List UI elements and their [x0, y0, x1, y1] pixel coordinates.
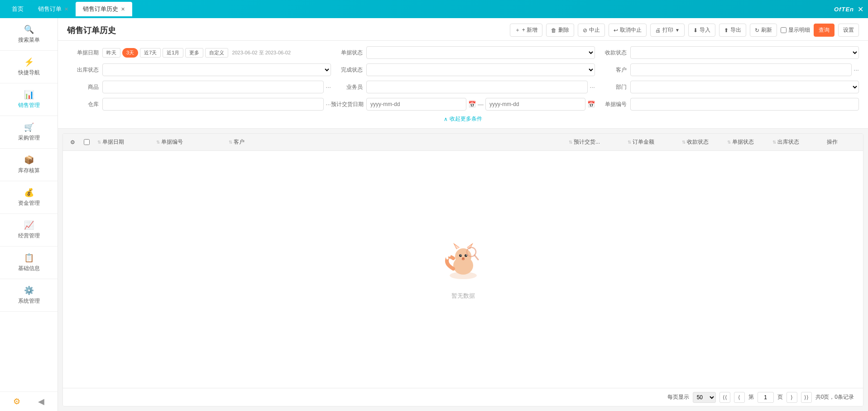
refresh-icon: ↻	[755, 27, 759, 34]
customer-ellipsis[interactable]: ···	[854, 66, 859, 73]
th-payment-status[interactable]: ⇅ 收款状态	[678, 138, 724, 146]
sidebar: 🔍 搜索菜单 ⚡ 快捷导航 📊 销售管理 🛒 采购管理 📦 库存核算 💰 资金管…	[0, 18, 58, 411]
sidebar-item-search-menu[interactable]: 🔍 搜索菜单	[0, 18, 58, 51]
delivery-date-to-calendar-icon[interactable]: 📅	[587, 101, 595, 108]
show-detail-checkbox[interactable]: 显示明细	[781, 26, 810, 34]
warehouse-label: 仓库	[67, 101, 99, 108]
sidebar-item-finance[interactable]: 💰 资金管理	[0, 181, 58, 214]
department-select[interactable]	[630, 81, 859, 93]
bill-number-input[interactable]	[630, 98, 859, 111]
goods-ellipsis[interactable]: ···	[326, 83, 331, 91]
next-page-btn[interactable]: ⟩	[786, 392, 797, 403]
delete-button[interactable]: 🗑 删除	[546, 24, 574, 37]
first-page-btn[interactable]: ⟨⟨	[719, 392, 730, 403]
tab-sales-order-history-close[interactable]: ✕	[121, 6, 125, 12]
settings-button[interactable]: 设置	[838, 24, 859, 37]
th-bill-status[interactable]: ⇅ 单据状态	[724, 138, 769, 146]
import-icon: ⬇	[693, 27, 698, 34]
goods-input[interactable]	[102, 81, 324, 93]
sidebar-settings-btn[interactable]: ⚙	[13, 396, 20, 406]
th-amount[interactable]: ⇅ 订单金额	[624, 138, 678, 146]
th-number[interactable]: ⇅ 单据编号	[153, 138, 225, 146]
date-1month-btn[interactable]: 近1月	[163, 48, 183, 58]
table-header: ⚙ ⇅ 单据日期 ⇅ 单据编号 ⇅ 客户 ⇅ 预计交货.	[63, 134, 863, 151]
th-customer[interactable]: ⇅ 客户	[225, 138, 565, 146]
filter-field-bill-status: 单据状态	[331, 46, 595, 59]
complete-status-control	[366, 63, 595, 76]
date-quick-btns: 昨天 3天 近7天 近1月 更多	[102, 48, 228, 58]
tab-home[interactable]: 首页	[5, 2, 31, 16]
sidebar-item-quick-nav[interactable]: ⚡ 快捷导航	[0, 51, 58, 83]
collapse-up-icon: ∧	[444, 116, 448, 122]
last-page-btn[interactable]: ⟩⟩	[801, 392, 812, 403]
th-outbound-sort-icon: ⇅	[772, 140, 776, 145]
cancel-stop-button[interactable]: ↩ 取消中止	[609, 24, 647, 37]
delivery-date-from-calendar-icon[interactable]: 📅	[468, 101, 476, 108]
delete-label: 删除	[558, 26, 569, 34]
bill-number-label: 单据编号	[595, 101, 627, 108]
sidebar-item-sales-mgmt[interactable]: 📊 销售管理	[0, 83, 58, 116]
payment-status-select[interactable]	[630, 46, 859, 59]
stop-button[interactable]: ⊘ 中止	[578, 24, 605, 37]
query-button[interactable]: 查询	[814, 24, 834, 37]
collapse-label: 收起更多条件	[450, 115, 482, 123]
tab-sales-order[interactable]: 销售订单 ✕	[31, 2, 76, 16]
table-footer: 每页显示 50 10 20 100 ⟨⟨ ⟨ 第 页 ⟩	[63, 388, 863, 406]
th-customer-sort-icon: ⇅	[229, 140, 232, 145]
sidebar-item-operations[interactable]: 📈 经营管理	[0, 214, 58, 247]
date-3days-btn[interactable]: 3天	[122, 48, 138, 58]
page-label-prefix: 第	[748, 393, 754, 401]
filter-row-3: 商品 ··· 业务员 ··· 部门	[67, 81, 859, 93]
filter-field-complete-status: 完成状态	[331, 63, 595, 76]
tab-bar: 首页 销售订单 ✕ 销售订单历史 ✕	[5, 0, 132, 18]
page-input[interactable]	[758, 392, 774, 403]
export-button[interactable]: ⬆ 导出	[719, 24, 746, 37]
tab-sales-order-history[interactable]: 销售订单历史 ✕	[76, 2, 132, 16]
import-button[interactable]: ⬇ 导入	[688, 24, 715, 37]
select-all-checkbox[interactable]	[84, 139, 90, 145]
th-date[interactable]: ⇅ 单据日期	[94, 138, 153, 146]
warehouse-input[interactable]	[102, 98, 324, 111]
show-detail-input[interactable]	[781, 27, 786, 33]
outbound-status-select[interactable]	[102, 63, 331, 76]
customer-input[interactable]	[630, 63, 852, 76]
filter-field-outbound-status: 出库状态	[67, 63, 331, 76]
th-delivery[interactable]: ⇅ 预计交货...	[565, 138, 624, 146]
th-outbound-status[interactable]: ⇅ 出库状态	[769, 138, 823, 146]
salesperson-input[interactable]	[366, 81, 588, 93]
topbar-close-icon[interactable]: ✕	[858, 5, 863, 14]
sidebar-collapse-btn[interactable]: ◀	[38, 396, 44, 406]
delivery-date-from-input[interactable]	[366, 98, 466, 111]
delivery-date-to-input[interactable]	[485, 98, 585, 111]
date-more-btn[interactable]: 更多	[185, 48, 203, 58]
sidebar-item-operations-label: 经营管理	[18, 232, 40, 240]
sidebar-item-inventory[interactable]: 📦 库存核算	[0, 149, 58, 181]
date-today-btn[interactable]: 昨天	[102, 48, 120, 58]
bill-status-select[interactable]	[366, 46, 595, 59]
prev-page-btn[interactable]: ⟨	[734, 392, 745, 403]
th-payment-status-label: 收款状态	[687, 138, 709, 146]
print-button[interactable]: 🖨 打印 ▼	[650, 24, 685, 37]
complete-status-select[interactable]	[366, 63, 595, 76]
th-checkbox[interactable]	[80, 139, 94, 145]
date-7days-btn[interactable]: 近7天	[140, 48, 161, 58]
new-label: + 新增	[522, 26, 537, 34]
page-size-select[interactable]: 50 10 20 100	[693, 392, 716, 403]
sidebar-item-basic-info[interactable]: 📋 基础信息	[0, 247, 58, 279]
sidebar-item-sys-mgmt[interactable]: ⚙️ 系统管理	[0, 279, 58, 312]
warehouse-ellipsis[interactable]: ···	[326, 101, 331, 108]
salesperson-ellipsis[interactable]: ···	[590, 83, 595, 91]
th-settings[interactable]: ⚙	[67, 139, 80, 145]
search-menu-icon: 🔍	[24, 24, 34, 34]
customer-control: ···	[630, 63, 859, 76]
sidebar-item-purchase-mgmt[interactable]: 🛒 采购管理	[0, 116, 58, 149]
date-custom-btn[interactable]: 自定义	[205, 48, 228, 58]
th-delivery-sort-icon: ⇅	[569, 140, 572, 145]
stop-label: 中止	[589, 26, 600, 34]
refresh-button[interactable]: ↻ 刷新	[750, 24, 777, 37]
collapse-btn[interactable]: ∧ 收起更多条件	[444, 115, 482, 123]
new-button[interactable]: ＋ + 新增	[510, 24, 542, 37]
main-layout: 🔍 搜索菜单 ⚡ 快捷导航 📊 销售管理 🛒 采购管理 📦 库存核算 💰 资金管…	[0, 18, 868, 411]
sidebar-item-search-menu-label: 搜索菜单	[18, 36, 40, 44]
tab-sales-order-close[interactable]: ✕	[64, 6, 68, 12]
